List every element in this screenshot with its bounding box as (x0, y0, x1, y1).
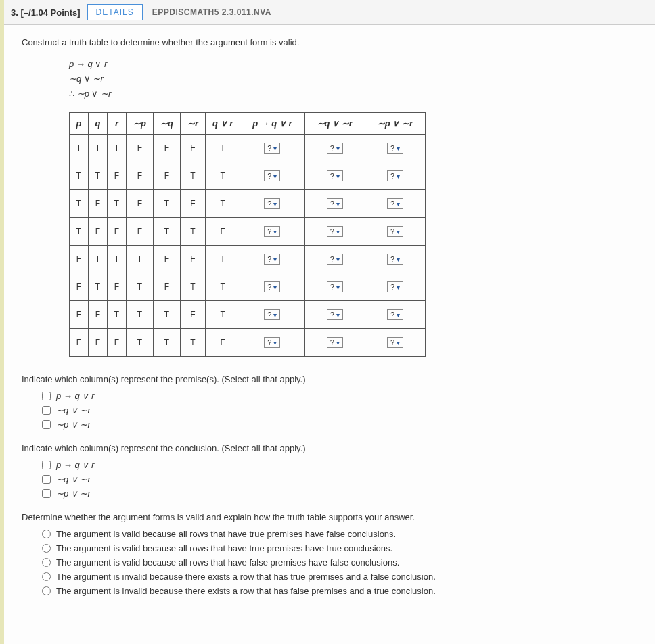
cell-q: T (89, 162, 108, 190)
radio-valid-c[interactable] (42, 558, 51, 567)
answer-dropdown[interactable]: ?▾ (327, 254, 343, 264)
dropdown-value: ? (390, 310, 394, 319)
cell-qvr: T (205, 273, 240, 301)
valid-option-c[interactable]: The argument is valid because all rows t… (42, 557, 637, 568)
cell-p: F (70, 301, 89, 329)
answer-dropdown[interactable]: ?▾ (327, 281, 343, 292)
valid-option-b[interactable]: The argument is valid because all rows t… (42, 543, 637, 553)
dropdown-value: ? (267, 227, 271, 235)
answer-dropdown[interactable]: ?▾ (387, 198, 403, 209)
checkbox-conclusion-a[interactable] (42, 461, 51, 469)
premise-option-a[interactable]: p → q ∨ r (42, 391, 637, 401)
valid-option-d[interactable]: The argument is invalid because there ex… (42, 572, 637, 582)
answer-dropdown[interactable]: ?▾ (387, 170, 403, 181)
dropdown-value: ? (267, 283, 271, 291)
cell-dropdown: ?▾ (304, 301, 365, 329)
answer-dropdown[interactable]: ?▾ (327, 226, 343, 237)
answer-dropdown[interactable]: ?▾ (387, 309, 403, 320)
cell-dropdown: ?▾ (240, 135, 304, 162)
premise-label-b: ∼q ∨ ∼r (56, 405, 91, 415)
radio-valid-b[interactable] (42, 544, 51, 553)
cell-p: T (70, 190, 89, 218)
col-qvr: q ∨ r (205, 113, 240, 135)
cell-nr: F (180, 301, 205, 329)
cell-dropdown: ?▾ (304, 162, 365, 190)
checkbox-premise-c[interactable] (42, 420, 51, 429)
answer-dropdown[interactable]: ?▾ (264, 309, 280, 320)
details-button[interactable]: DETAILS (87, 4, 143, 20)
cell-q: F (89, 218, 108, 246)
cell-np: T (127, 246, 154, 273)
answer-dropdown[interactable]: ?▾ (387, 254, 403, 264)
checkbox-premise-b[interactable] (42, 406, 51, 415)
answer-dropdown[interactable]: ?▾ (264, 226, 280, 237)
table-row: TFFFTTF?▾?▾?▾ (70, 218, 426, 246)
valid-option-a[interactable]: The argument is valid because all rows t… (42, 529, 637, 539)
chevron-down-icon: ▾ (336, 256, 340, 263)
cell-dropdown: ?▾ (240, 301, 304, 329)
conclusion-option-b[interactable]: ∼q ∨ ∼r (42, 474, 637, 484)
answer-dropdown[interactable]: ?▾ (387, 281, 403, 292)
dropdown-value: ? (330, 227, 334, 235)
cell-nq: T (153, 190, 180, 218)
radio-valid-e[interactable] (42, 586, 51, 595)
cell-dropdown: ?▾ (365, 246, 425, 273)
answer-dropdown[interactable]: ?▾ (387, 337, 403, 348)
answer-dropdown[interactable]: ?▾ (264, 170, 280, 181)
chevron-down-icon: ▾ (397, 145, 400, 152)
cell-q: T (89, 135, 108, 162)
answer-dropdown[interactable]: ?▾ (327, 170, 343, 181)
answer-dropdown[interactable]: ?▾ (264, 254, 280, 264)
answer-dropdown[interactable]: ?▾ (387, 226, 403, 237)
chevron-down-icon: ▾ (397, 283, 400, 291)
cell-dropdown: ?▾ (240, 162, 304, 190)
cell-q: T (89, 246, 108, 273)
chevron-down-icon: ▾ (273, 228, 277, 235)
answer-dropdown[interactable]: ?▾ (387, 143, 403, 154)
cell-dropdown: ?▾ (304, 329, 365, 356)
checkbox-conclusion-b[interactable] (42, 475, 51, 484)
dropdown-value: ? (390, 227, 394, 235)
cell-p: T (70, 162, 89, 190)
answer-dropdown[interactable]: ?▾ (327, 337, 343, 348)
conclusion-option-c[interactable]: ∼p ∨ ∼r (42, 488, 637, 499)
conclusion-option-a[interactable]: p → q ∨ r (42, 460, 637, 470)
cell-q: T (89, 273, 108, 301)
premise-option-b[interactable]: ∼q ∨ ∼r (42, 405, 637, 415)
checkbox-conclusion-c[interactable] (42, 489, 51, 498)
conclusion-prompt: Indicate which column(s) represent the c… (22, 443, 637, 453)
cell-nq: T (153, 329, 180, 356)
answer-dropdown[interactable]: ?▾ (327, 198, 343, 209)
valid-label-d: The argument is invalid because there ex… (56, 572, 436, 582)
valid-option-e[interactable]: The argument is invalid because there ex… (42, 586, 637, 596)
truth-table: p q r ∼p ∼q ∼r q ∨ r p → q ∨ r ∼q ∨ ∼r ∼… (69, 112, 426, 356)
cell-r: F (108, 218, 127, 246)
cell-dropdown: ?▾ (240, 218, 304, 246)
dropdown-value: ? (267, 255, 271, 263)
answer-dropdown[interactable]: ?▾ (264, 337, 280, 348)
answer-dropdown[interactable]: ?▾ (327, 309, 343, 320)
cell-r: T (108, 190, 127, 218)
chevron-down-icon: ▾ (273, 256, 277, 263)
cell-np: F (127, 190, 154, 218)
cell-qvr: F (205, 329, 240, 356)
table-row: FFFTTTF?▾?▾?▾ (70, 329, 426, 356)
cell-q: F (89, 329, 108, 356)
answer-dropdown[interactable]: ?▾ (264, 198, 280, 209)
col-r: r (108, 113, 127, 135)
cell-dropdown: ?▾ (304, 246, 365, 273)
answer-dropdown[interactable]: ?▾ (264, 281, 280, 292)
radio-valid-a[interactable] (42, 530, 51, 538)
premise-option-c[interactable]: ∼p ∨ ∼r (42, 419, 637, 430)
premise-prompt: Indicate which column(s) represent the p… (22, 374, 637, 384)
answer-dropdown[interactable]: ?▾ (327, 143, 343, 154)
col-nqvnr: ∼q ∨ ∼r (304, 113, 365, 135)
chevron-down-icon: ▾ (397, 256, 400, 263)
cell-p: F (70, 273, 89, 301)
cell-dropdown: ?▾ (304, 190, 365, 218)
checkbox-premise-a[interactable] (42, 392, 51, 400)
cell-qvr: T (205, 246, 240, 273)
radio-valid-d[interactable] (42, 572, 51, 581)
answer-dropdown[interactable]: ?▾ (264, 143, 280, 154)
table-row: TFTFTFT?▾?▾?▾ (70, 190, 426, 218)
